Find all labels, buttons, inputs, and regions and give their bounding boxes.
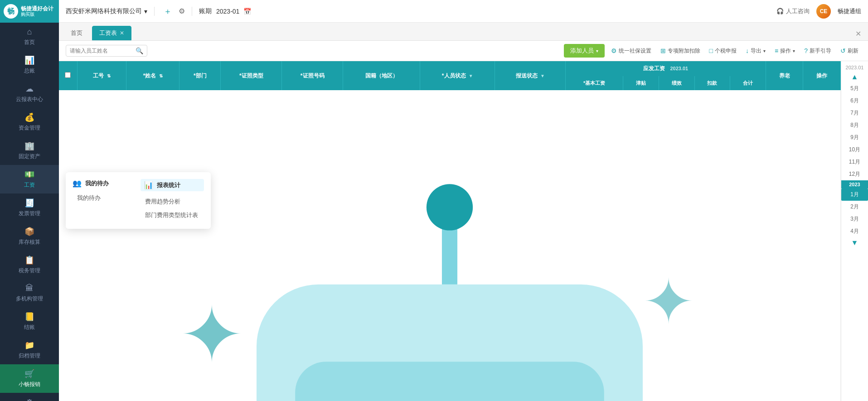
- sidebar-item-settings[interactable]: ⚙ 基础设置: [0, 393, 59, 401]
- sidebar-item-archive[interactable]: 📁 归档管理: [0, 336, 59, 364]
- special-deduction-button[interactable]: ⊞ 专项附加扣除: [658, 45, 703, 57]
- add-company-button[interactable]: ＋: [161, 5, 174, 18]
- export-button[interactable]: ↓ 导出 ▾: [743, 45, 768, 57]
- timeline-item-5[interactable]: 5月: [841, 82, 868, 95]
- sidebar-item-assets[interactable]: 🏢 固定资产: [0, 136, 59, 165]
- invoice-icon: 🧾: [24, 198, 34, 208]
- my-todo-item[interactable]: 我的待办: [73, 191, 136, 205]
- timeline-item-1[interactable]: 1月: [841, 188, 868, 201]
- filter-status-icon[interactable]: ▼: [469, 73, 473, 78]
- timeline-item-9[interactable]: 9月: [841, 131, 868, 144]
- filter-report-icon[interactable]: ▼: [540, 73, 545, 78]
- refresh-button[interactable]: ↺ 刷新: [838, 45, 861, 57]
- dropdown-columns: 👥 我的待办 我的待办 📊 报表统计 费用趋势分析 部门费用类型统计表: [73, 179, 204, 222]
- todo-icon: 👥: [73, 179, 82, 188]
- select-all-checkbox[interactable]: [65, 72, 71, 78]
- sidebar-item-cloud[interactable]: ☁ 云报表中心: [0, 79, 59, 108]
- sidebar-label-expense: 小畅报销: [19, 381, 40, 388]
- sidebar-item-inventory[interactable]: 📦 库存核算: [0, 222, 59, 251]
- timeline-item-11[interactable]: 11月: [841, 156, 868, 168]
- expense-trend-item[interactable]: 费用趋势分析: [141, 195, 204, 208]
- search-icon[interactable]: 🔍: [136, 47, 143, 54]
- sort-empno-icon[interactable]: ⇅: [107, 73, 111, 78]
- guide-button[interactable]: ? 新手引导: [801, 45, 834, 57]
- empty-state-illustration: ✦ ✦: [63, 130, 836, 401]
- timeline-up-button[interactable]: ▲: [850, 72, 860, 82]
- dept-expense-item[interactable]: 部门费用类型统计表: [141, 208, 204, 222]
- archive-icon: 📁: [24, 340, 34, 350]
- tabbar: 首页 工资表 ✕ ✕: [59, 23, 868, 41]
- sidebar-item-close[interactable]: 📒 结账: [0, 307, 59, 336]
- guide-label: 新手引导: [810, 47, 831, 55]
- th-base-salary: *基本工资: [566, 76, 623, 90]
- timeline-item-12[interactable]: 12月: [841, 168, 868, 180]
- tab-salary[interactable]: 工资表 ✕: [92, 26, 131, 40]
- period-label: 账期: [199, 7, 212, 15]
- timeline-item-3[interactable]: 3月: [841, 213, 868, 225]
- refresh-icon: ↺: [840, 47, 846, 54]
- toolbar-right: 添加人员 ▾ ⚙ 统一社保设置 ⊞ 专项附加扣除 □ 个税申报 ↓ 导出 ▾ ≡: [564, 44, 861, 58]
- settings-icon: ⚙: [26, 397, 33, 401]
- export-label: 导出: [751, 47, 761, 55]
- timeline-item-4[interactable]: 4月: [841, 225, 868, 237]
- user-avatar[interactable]: CE: [816, 4, 831, 19]
- add-person-button[interactable]: 添加人员 ▾: [564, 44, 605, 58]
- add-person-label: 添加人员: [570, 47, 594, 55]
- timeline-item-6[interactable]: 6月: [841, 95, 868, 107]
- period-selector[interactable]: 账期 2023-01 📅: [199, 7, 251, 15]
- operations-label: 操作: [780, 47, 791, 55]
- sidebar-item-multi[interactable]: 🏛 多机构管理: [0, 279, 59, 307]
- service-button[interactable]: 🎧 人工咨询: [776, 7, 810, 15]
- sidebar-item-ledger[interactable]: 📊 总账: [0, 51, 59, 79]
- empty-state-cell: ✦ ✦ 暂无数据: [59, 90, 841, 401]
- timeline-item-8[interactable]: 8月: [841, 119, 868, 131]
- sidebar-item-finance[interactable]: 💰 资金管理: [0, 108, 59, 136]
- tax-report-button[interactable]: □ 个税申报: [707, 45, 739, 57]
- timeline-item-2[interactable]: 2月: [841, 201, 868, 213]
- operations-button[interactable]: ≡ 操作 ▾: [772, 45, 798, 57]
- search-box: 🔍: [66, 45, 147, 57]
- service-label: 人工咨询: [786, 7, 810, 15]
- table-wrap: 工号 ⇅ *姓名 ⇅ *部门 *证照类型: [59, 61, 841, 401]
- svg-text:✦: ✦: [643, 267, 694, 336]
- sidebar-item-expense[interactable]: 🛒 小畅报销: [0, 364, 59, 393]
- th-allowance: 津贴: [623, 76, 659, 90]
- tab-home[interactable]: 首页: [63, 26, 90, 40]
- sidebar-label-inventory: 库存核算: [19, 238, 40, 246]
- username-label: 畅捷通组: [838, 7, 861, 15]
- tax-report-label: 个税申报: [715, 47, 737, 55]
- sidebar-item-home[interactable]: ⌂ 首页: [0, 23, 59, 51]
- sidebar-label-invoice: 发票管理: [19, 210, 40, 217]
- social-insurance-button[interactable]: ⚙ 统一社保设置: [608, 45, 654, 57]
- window-close-icon[interactable]: ✕: [853, 27, 863, 40]
- sidebar-item-invoice[interactable]: 🧾 发票管理: [0, 193, 59, 222]
- avatar-initials: CE: [820, 8, 828, 14]
- timeline-down-button[interactable]: ▼: [850, 237, 860, 248]
- calendar-icon: 📅: [243, 8, 251, 15]
- todo-section-title: 👥 我的待办: [73, 179, 136, 188]
- sidebar-item-tax[interactable]: 📋 税务管理: [0, 251, 59, 279]
- sidebar-item-salary[interactable]: 💵 工资: [0, 165, 59, 193]
- search-input[interactable]: [70, 48, 133, 54]
- sidebar-label-assets: 固定资产: [19, 153, 40, 160]
- settings-button[interactable]: ⚙: [179, 7, 185, 15]
- dropdown-col-report: 📊 报表统计 费用趋势分析 部门费用类型统计表: [141, 179, 204, 222]
- th-payable: 应发工资 2023.01: [566, 61, 766, 76]
- timeline-item-7[interactable]: 7月: [841, 107, 868, 119]
- empty-state: ✦ ✦ 暂无数据: [63, 94, 836, 401]
- th-report-status: 报送状态 ▼: [495, 61, 566, 90]
- tab-close-icon[interactable]: ✕: [120, 30, 124, 36]
- timeline-item-10[interactable]: 10月: [841, 144, 868, 156]
- tab-salary-label: 工资表: [99, 29, 117, 37]
- company-selector[interactable]: 西安虾米网络科技有限公司 ▾: [66, 7, 147, 15]
- sort-name-icon[interactable]: ⇅: [159, 73, 163, 78]
- sidebar-label-cloud: 云报表中心: [16, 96, 43, 103]
- content-area: 工号 ⇅ *姓名 ⇅ *部门 *证照类型: [59, 61, 868, 401]
- th-idtype: *证照类型: [221, 61, 282, 90]
- th-deduction: 扣款: [694, 76, 730, 90]
- toolbar: 🔍 添加人员 ▾ ⚙ 统一社保设置 ⊞ 专项附加扣除 □ 个税申报 ↓ 导出: [59, 41, 868, 61]
- social-insurance-label: 统一社保设置: [619, 47, 651, 55]
- sidebar: 畅 畅捷通好会计 购买版 ⌂ 首页 📊 总账 ☁ 云报表中心 💰 资金管理 🏢 …: [0, 0, 59, 401]
- salary-table: 工号 ⇅ *姓名 ⇅ *部门 *证照类型: [59, 61, 841, 401]
- operations-arrow-icon: ▾: [793, 48, 795, 53]
